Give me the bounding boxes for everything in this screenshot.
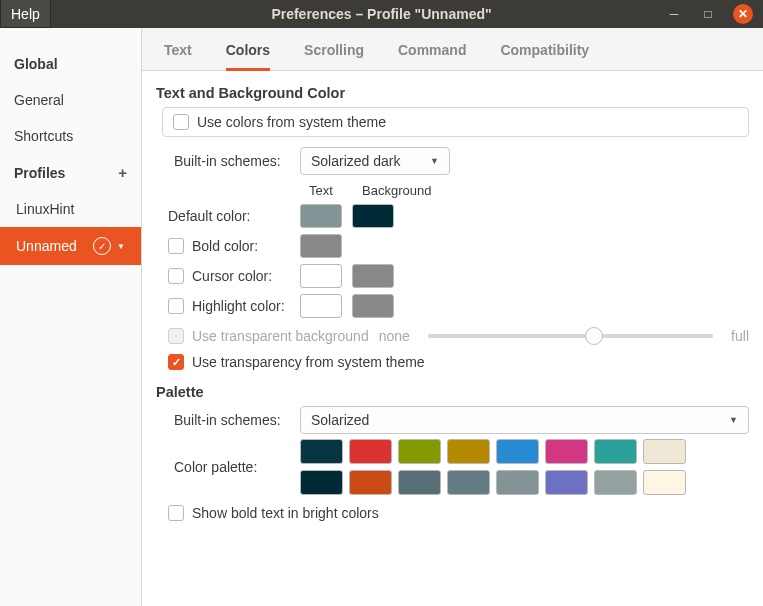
palette-swatch[interactable]: [545, 439, 588, 464]
add-profile-icon[interactable]: +: [118, 164, 127, 181]
cursor-color-label: Cursor color:: [192, 268, 272, 284]
use-system-label: Use colors from system theme: [197, 114, 386, 130]
minimize-button[interactable]: ─: [665, 5, 683, 23]
titlebar: Help Preferences – Profile "Unnamed" ─ □…: [0, 0, 763, 28]
system-transparency-label: Use transparency from system theme: [192, 354, 425, 370]
highlight-color-checkbox[interactable]: [168, 298, 184, 314]
palette-builtin-value: Solarized: [311, 412, 369, 428]
sidebar-profiles-header: Profiles +: [0, 154, 141, 191]
palette-builtin-label: Built-in schemes:: [170, 412, 300, 428]
checkbox-checked-icon: ✓: [168, 354, 184, 370]
content: Text Colors Scrolling Command Compatibil…: [142, 28, 763, 606]
tabs: Text Colors Scrolling Command Compatibil…: [142, 28, 763, 71]
slider-none-label: none: [379, 328, 410, 344]
transparent-bg-row: Use transparent background none full: [168, 328, 749, 344]
builtin-schemes-dropdown[interactable]: Solarized dark ▼: [300, 147, 450, 175]
col-text-header: Text: [300, 183, 342, 198]
transparent-bg-checkbox: Use transparent background: [168, 328, 369, 344]
tab-compatibility[interactable]: Compatibility: [500, 42, 589, 70]
palette-swatch[interactable]: [398, 439, 441, 464]
highlight-color-row: Highlight color:: [168, 294, 749, 318]
system-transparency-checkbox[interactable]: ✓ Use transparency from system theme: [168, 354, 749, 370]
bold-swatch[interactable]: [300, 234, 342, 258]
palette-swatch[interactable]: [447, 470, 490, 495]
palette-grid: [300, 439, 686, 495]
cursor-bg-swatch[interactable]: [352, 264, 394, 288]
use-system-frame: Use colors from system theme: [162, 107, 749, 137]
highlight-text-swatch[interactable]: [300, 294, 342, 318]
palette-swatch[interactable]: [594, 470, 637, 495]
window-title: Preferences – Profile "Unnamed": [271, 6, 491, 22]
builtin-schemes-label: Built-in schemes:: [170, 153, 300, 169]
show-bold-checkbox[interactable]: Show bold text in bright colors: [168, 505, 749, 521]
tab-scrolling[interactable]: Scrolling: [304, 42, 364, 70]
palette-swatch[interactable]: [349, 439, 392, 464]
checkbox-icon: [168, 505, 184, 521]
highlight-color-label: Highlight color:: [192, 298, 285, 314]
sidebar-profile-label: Unnamed: [16, 238, 77, 254]
palette-swatch[interactable]: [496, 439, 539, 464]
default-color-label: Default color:: [168, 208, 250, 224]
slider-full-label: full: [731, 328, 749, 344]
help-menu[interactable]: Help: [0, 0, 51, 28]
cursor-color-row: Cursor color:: [168, 264, 749, 288]
color-palette-row: Color palette:: [170, 439, 749, 495]
tab-body: Text and Background Color Use colors fro…: [142, 71, 763, 535]
palette-swatch[interactable]: [349, 470, 392, 495]
cursor-text-swatch[interactable]: [300, 264, 342, 288]
palette-swatch[interactable]: [496, 470, 539, 495]
palette-heading: Palette: [156, 384, 749, 400]
slider-thumb: [585, 327, 603, 345]
default-color-row: Default color:: [168, 204, 749, 228]
bold-color-row: Bold color:: [168, 234, 749, 258]
color-column-headers: Text Background: [300, 183, 749, 198]
color-palette-label: Color palette:: [170, 459, 300, 475]
sidebar-general[interactable]: General: [0, 82, 141, 118]
builtin-schemes-value: Solarized dark: [311, 153, 401, 169]
checkbox-icon: [168, 328, 184, 344]
active-profile-check-icon: ✓: [93, 237, 111, 255]
sidebar-shortcuts[interactable]: Shortcuts: [0, 118, 141, 154]
tab-colors[interactable]: Colors: [226, 42, 270, 71]
close-button[interactable]: ✕: [733, 4, 753, 24]
use-system-colors-checkbox[interactable]: Use colors from system theme: [173, 114, 738, 130]
palette-builtin-dropdown[interactable]: Solarized ▼: [300, 406, 749, 434]
sidebar-global[interactable]: Global: [0, 46, 141, 82]
bold-color-checkbox[interactable]: [168, 238, 184, 254]
transparency-slider: [428, 334, 713, 338]
show-bold-label: Show bold text in bright colors: [192, 505, 379, 521]
default-text-swatch[interactable]: [300, 204, 342, 228]
palette-swatch[interactable]: [398, 470, 441, 495]
transparent-bg-label: Use transparent background: [192, 328, 369, 344]
sidebar-profile-linuxhint[interactable]: LinuxHint: [0, 191, 141, 227]
palette-row-1: [300, 439, 686, 464]
tab-command[interactable]: Command: [398, 42, 466, 70]
dropdown-arrow-icon: ▼: [430, 156, 439, 166]
palette-builtin-row: Built-in schemes: Solarized ▼: [170, 406, 749, 434]
bold-color-label: Bold color:: [192, 238, 258, 254]
palette-swatch[interactable]: [447, 439, 490, 464]
sidebar: Global General Shortcuts Profiles + Linu…: [0, 28, 142, 606]
default-bg-swatch[interactable]: [352, 204, 394, 228]
palette-swatch[interactable]: [643, 439, 686, 464]
palette-swatch[interactable]: [643, 470, 686, 495]
profile-dropdown-icon[interactable]: ▼: [117, 242, 125, 251]
palette-swatch[interactable]: [300, 470, 343, 495]
checkbox-icon: [173, 114, 189, 130]
dropdown-arrow-icon: ▼: [729, 415, 738, 425]
main-layout: Global General Shortcuts Profiles + Linu…: [0, 28, 763, 606]
maximize-button[interactable]: □: [699, 5, 717, 23]
palette-swatch[interactable]: [545, 470, 588, 495]
window-controls: ─ □ ✕: [665, 4, 763, 24]
palette-row-2: [300, 470, 686, 495]
sidebar-profiles-label: Profiles: [14, 165, 65, 181]
sidebar-profile-unnamed[interactable]: Unnamed ✓ ▼: [0, 227, 141, 265]
tab-text[interactable]: Text: [164, 42, 192, 70]
builtin-schemes-row: Built-in schemes: Solarized dark ▼: [170, 147, 749, 175]
palette-swatch[interactable]: [594, 439, 637, 464]
cursor-color-checkbox[interactable]: [168, 268, 184, 284]
palette-swatch[interactable]: [300, 439, 343, 464]
text-bg-heading: Text and Background Color: [156, 85, 749, 101]
highlight-bg-swatch[interactable]: [352, 294, 394, 318]
col-bg-header: Background: [362, 183, 431, 198]
